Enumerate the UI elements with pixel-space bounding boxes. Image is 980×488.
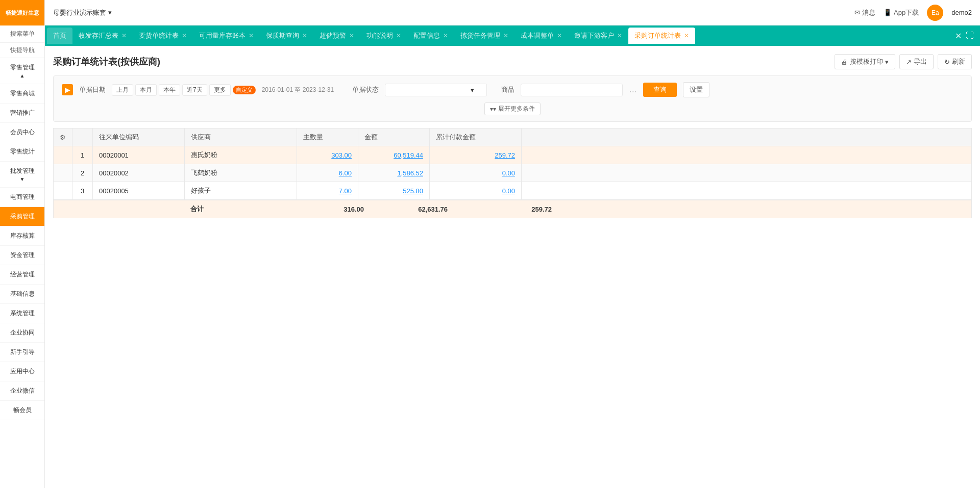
sidebar-item-members[interactable]: 会员中心 [0, 123, 44, 142]
sidebar-item-finance[interactable]: 资金管理 [0, 246, 44, 265]
sidebar-item-marketing[interactable]: 营销推广 [0, 104, 44, 123]
expand-more-row: ▾▾ 展开更多条件 [62, 102, 963, 115]
download-icon: 📱 [884, 9, 892, 16]
table-footer: 合计 316.00 62,631.76 259.72 [53, 200, 972, 218]
tab-overstock[interactable]: 超储预警 ✕ [313, 28, 360, 44]
sidebar-quicknav[interactable]: 快捷导航 [0, 43, 44, 58]
row-3-amount[interactable]: 525.80 [358, 182, 430, 200]
ecommerce-label: 电商管理 [10, 193, 35, 201]
message-label: 消息 [862, 8, 875, 17]
goods-more-icon[interactable]: … [629, 85, 637, 94]
tab-cost-adjust[interactable]: 成本调整单 ✕ [514, 28, 568, 44]
sidebar-item-system[interactable]: 系统管理 [0, 304, 44, 323]
tab-purchase-stats-close[interactable]: ✕ [684, 32, 689, 39]
expand-label: 展开更多条件 [498, 105, 535, 113]
status-label: 单据状态 [352, 85, 379, 94]
sidebar: 畅捷通好生意 搜索菜单 快捷导航 零售管理 ▲ 零售商城 营销推广 会员中心 零… [0, 0, 45, 488]
sidebar-item-operations[interactable]: 经营管理 [0, 265, 44, 285]
wholesale-mgmt-label: 批发管理 [10, 167, 35, 175]
filter-expand-arrow[interactable]: ▶ [62, 84, 73, 95]
table-row: 2 00020002 飞鹤奶粉 6.00 1,586.52 0.00 [54, 164, 972, 182]
sidebar-item-collab[interactable]: 企业协同 [0, 323, 44, 343]
date-btn-this-year[interactable]: 本年 [159, 84, 180, 96]
tab-expiry-label: 保质期查询 [266, 31, 299, 40]
tab-purchase-stats[interactable]: 采购订单统计表 ✕ [628, 28, 695, 44]
sidebar-item-newbie[interactable]: 新手引导 [0, 343, 44, 362]
tab-expiry[interactable]: 保质期查询 ✕ [260, 28, 313, 44]
sidebar-item-wholesale-mgmt[interactable]: 批发管理 ▼ [0, 162, 44, 188]
sidebar-item-retail-stats[interactable]: 零售统计 [0, 142, 44, 162]
row-2-code: 00020002 [93, 164, 185, 182]
tab-close-all-btn[interactable]: ✕ [955, 31, 962, 41]
row-1-amount[interactable]: 60,519.44 [358, 146, 430, 164]
tab-invite-downstream-close[interactable]: ✕ [617, 32, 622, 39]
sidebar-item-inventory[interactable]: 库存核算 [0, 226, 44, 246]
row-2-amount[interactable]: 1,586.52 [358, 164, 430, 182]
print-button[interactable]: 🖨 按模板打印 ▾ [835, 54, 895, 69]
sidebar-item-retail-shop[interactable]: 零售商城 [0, 84, 44, 104]
query-button[interactable]: 查询 [643, 83, 677, 97]
page-header: 采购订单统计表(按供应商) 🖨 按模板打印 ▾ ↗ 导出 ↻ 刷新 [53, 54, 972, 69]
basic-info-label: 基础信息 [10, 290, 35, 298]
inventory-label: 库存核算 [10, 232, 35, 240]
sidebar-item-wechat[interactable]: 企业微信 [0, 381, 44, 401]
sidebar-item-app-center[interactable]: 应用中心 [0, 362, 44, 381]
tab-invite-downstream[interactable]: 邀请下游客户 ✕ [568, 28, 628, 44]
row-3-qty[interactable]: 7.00 [297, 182, 358, 200]
sidebar-search[interactable]: 搜索菜单 [0, 25, 44, 43]
date-to: 2023-12-31 [303, 86, 334, 93]
print-icon: 🖨 [841, 58, 848, 66]
export-button[interactable]: ↗ 导出 [899, 54, 934, 69]
tab-pick-task-close[interactable]: ✕ [503, 32, 508, 39]
col-settings-header[interactable]: ⚙ [54, 129, 72, 146]
row-1-paid[interactable]: 259.72 [430, 146, 522, 164]
workspace-selector[interactable]: 母婴行业演示账套 ▾ [53, 8, 854, 17]
app-download-btn[interactable]: 📱 App下载 [884, 8, 919, 17]
tab-home[interactable]: 首页 [47, 28, 72, 44]
tab-cost-adjust-close[interactable]: ✕ [557, 32, 562, 39]
avatar[interactable]: Ea [927, 5, 943, 21]
tab-expiry-close[interactable]: ✕ [302, 32, 307, 39]
tab-config-info[interactable]: 配置信息 ✕ [407, 28, 454, 44]
sidebar-item-retail-mgmt[interactable]: 零售管理 ▲ [0, 58, 44, 84]
tab-order-stats-close[interactable]: ✕ [182, 32, 187, 39]
goods-input[interactable] [521, 84, 623, 96]
status-select[interactable]: ▾ [385, 84, 487, 96]
workspace-name: 母婴行业演示账套 [53, 8, 106, 17]
tab-func-desc-close[interactable]: ✕ [396, 32, 401, 39]
tab-maximize-btn[interactable]: ⛶ [966, 31, 974, 40]
refresh-button[interactable]: ↻ 刷新 [938, 54, 972, 69]
row-1-qty[interactable]: 303.00 [297, 146, 358, 164]
tab-config-info-close[interactable]: ✕ [443, 32, 448, 39]
custom-badge[interactable]: 自定义 [233, 86, 256, 94]
tab-receive-pay-close[interactable]: ✕ [121, 32, 127, 39]
message-btn[interactable]: ✉ 消息 [854, 8, 875, 17]
tab-order-stats[interactable]: 要货单统计表 ✕ [133, 28, 193, 44]
tab-pick-task[interactable]: 拣货任务管理 ✕ [454, 28, 514, 44]
tab-available-stock-close[interactable]: ✕ [249, 32, 254, 39]
row-2-qty[interactable]: 6.00 [297, 164, 358, 182]
tab-overstock-close[interactable]: ✕ [349, 32, 354, 39]
sidebar-item-basic-info[interactable]: 基础信息 [0, 285, 44, 304]
settings-button[interactable]: 设置 [683, 82, 709, 97]
date-btn-7days[interactable]: 近7天 [182, 84, 207, 96]
sidebar-item-purchase-mgmt[interactable]: 采购管理 [0, 207, 44, 226]
sidebar-item-vip[interactable]: 畅会员 [0, 401, 44, 420]
print-label: 按模板打印 [850, 57, 883, 66]
expand-more-btn[interactable]: ▾▾ 展开更多条件 [484, 102, 541, 115]
tab-func-desc[interactable]: 功能说明 ✕ [360, 28, 407, 44]
sidebar-item-ecommerce[interactable]: 电商管理 [0, 188, 44, 207]
date-label: 单据日期 [79, 85, 106, 94]
row-1-extra [522, 146, 972, 164]
tab-cost-adjust-label: 成本调整单 [521, 31, 554, 40]
tab-receive-pay[interactable]: 收发存汇总表 ✕ [72, 28, 133, 44]
table-container: ⚙ 往来单位编码 供应商 主数量 金额 累计付款金额 1 00020001 [53, 128, 972, 480]
tab-available-stock[interactable]: 可用量库存账本 ✕ [193, 28, 260, 44]
tab-func-desc-label: 功能说明 [366, 31, 393, 40]
row-1-no: 1 [72, 146, 93, 164]
row-3-paid[interactable]: 0.00 [430, 182, 522, 200]
date-btn-this-month[interactable]: 本月 [135, 84, 157, 96]
date-btn-last-month[interactable]: 上月 [112, 84, 133, 96]
date-btn-more[interactable]: 更多 [209, 84, 231, 96]
row-2-paid[interactable]: 0.00 [430, 164, 522, 182]
